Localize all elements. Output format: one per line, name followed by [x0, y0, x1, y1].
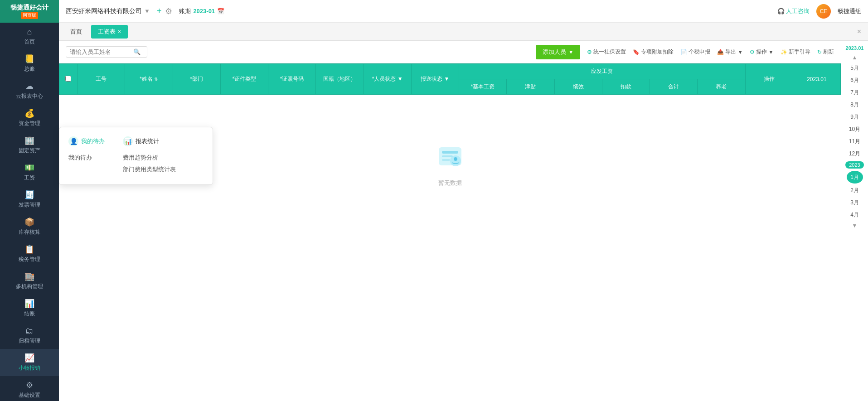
cal-month-12[interactable]: 12月 — [841, 148, 868, 160]
sidebar-item-basic-settings[interactable]: ⚙ 基础设置 — [0, 376, 59, 401]
th-personnel-status[interactable]: *人员状态 ▼ — [364, 64, 411, 95]
sidebar-item-home[interactable]: ⌂ 首页 — [0, 23, 59, 50]
settings-icon: ⚙ — [26, 380, 33, 390]
select-all-checkbox[interactable] — [65, 76, 71, 82]
export-button[interactable]: 📤 导出 ▼ — [717, 48, 743, 56]
tab-home-label: 首页 — [70, 28, 82, 35]
payroll-table: 工号 *姓名 ⇅ *部门 *证件类型 *证照号码 国籍（地区） *人员状态 — [59, 63, 841, 95]
cal-month-6[interactable]: 6月 — [841, 74, 868, 87]
social-security-button[interactable]: ⚙ 统一社保设置 — [587, 48, 626, 56]
sidebar-label-settings: 基础设置 — [19, 391, 40, 399]
logo: 畅捷通好会计 网页版 — [0, 0, 59, 23]
sidebar-label-inventory: 库存核算 — [19, 228, 40, 236]
cal-month-3[interactable]: 3月 — [841, 197, 868, 209]
popup-item-expense-trend[interactable]: 费用趋势分析 — [123, 152, 176, 164]
search-box[interactable]: 🔍 — [66, 46, 147, 58]
cal-month-8[interactable]: 8月 — [841, 99, 868, 111]
sidebar: 畅捷通好会计 网页版 ⌂ 首页 📒 总账 ☁ 云报表中心 💰 资金管理 🏢 固定… — [0, 0, 59, 401]
sidebar-label-cloud: 云报表中心 — [16, 92, 43, 100]
sidebar-item-cloud-reports[interactable]: ☁ 云报表中心 — [0, 77, 59, 104]
username: 畅捷通组 — [838, 7, 861, 15]
tax-declaration-button[interactable]: 📄 个税申报 — [680, 48, 710, 56]
tab-close-button[interactable]: × — [118, 29, 121, 35]
sidebar-label-xiao: 小畅报销 — [19, 364, 40, 372]
sidebar-item-inventory[interactable]: 📦 库存核算 — [0, 213, 59, 240]
search-input[interactable] — [70, 48, 133, 55]
add-person-button[interactable]: 添加人员 ▼ — [536, 45, 580, 59]
th-total: 合计 — [650, 79, 698, 95]
cal-month-1-active[interactable]: 1月 — [847, 171, 863, 184]
svg-point-5 — [454, 157, 457, 161]
popup-item-dept-label: 部门费用类型统计表 — [123, 166, 176, 173]
popup-item-dept-stats[interactable]: 部门费用类型统计表 — [123, 164, 176, 175]
company-dropdown-arrow[interactable]: ▼ — [144, 8, 150, 14]
sidebar-item-xiao-reports[interactable]: 📈 小畅报销 ◁ — [0, 349, 59, 376]
cal-month-4[interactable]: 4月 — [841, 209, 868, 221]
social-security-label: 统一社保设置 — [593, 48, 626, 56]
th-name[interactable]: *姓名 ⇅ — [125, 64, 173, 95]
th-report-status[interactable]: 报送状态 ▼ — [411, 64, 459, 95]
xiao-reports-popup: 👤 我的待办 我的待办 📊 报表统计 费用趋势分析 部门费用类型统计表 — [59, 127, 213, 185]
cal-down-nav[interactable]: ▼ — [841, 221, 868, 230]
add-company-button[interactable]: + — [157, 6, 162, 16]
report-filter-icon[interactable]: ▼ — [444, 76, 450, 82]
th-checkbox[interactable] — [59, 64, 78, 95]
sidebar-item-payroll[interactable]: 💵 工资 — [0, 159, 59, 186]
period-area: 账期 2023-01 📅 — [179, 7, 224, 15]
sidebar-item-funds[interactable]: 💰 资金管理 — [0, 104, 59, 131]
th-cert-no: *证照号码 — [268, 64, 316, 95]
name-sort-icon[interactable]: ⇅ — [154, 77, 158, 82]
search-icon: 🔍 — [133, 48, 141, 55]
period-label: 账期 — [179, 7, 191, 15]
special-deduct-button[interactable]: 🔖 专项附加扣除 — [633, 48, 674, 56]
calendar-icon[interactable]: 📅 — [217, 8, 224, 14]
th-performance: 绩效 — [554, 79, 602, 95]
company-settings-button[interactable]: ⚙ — [165, 6, 172, 16]
cal-month-5[interactable]: 5月 — [841, 62, 868, 74]
th-pension: 养老 — [698, 79, 745, 95]
service-label: 人工咨询 — [786, 7, 810, 15]
special-deduct-icon: 🔖 — [633, 49, 640, 55]
sidebar-item-multi-org[interactable]: 🏬 多机构管理 — [0, 267, 59, 295]
logo-badge: 网页版 — [21, 12, 38, 19]
refresh-button[interactable]: ↻ 刷新 — [817, 48, 834, 56]
cal-year-2023[interactable]: 2023 — [845, 161, 863, 169]
cal-month-2[interactable]: 2月 — [841, 184, 868, 197]
sidebar-item-tax[interactable]: 📋 税务管理 — [0, 240, 59, 267]
home-icon: ⌂ — [27, 27, 32, 37]
content-area: 🔍 添加人员 ▼ ⚙ 统一社保设置 🔖 专项附加扣除 — [59, 41, 868, 401]
tab-payroll-label: 工资表 — [98, 28, 116, 36]
sidebar-item-invoice[interactable]: 🧾 发票管理 — [0, 186, 59, 213]
cal-month-7[interactable]: 7月 — [841, 87, 868, 99]
invoice-icon: 🧾 — [24, 190, 34, 200]
tab-area-close-button[interactable]: × — [857, 28, 861, 36]
export-dropdown-icon: ▼ — [737, 49, 743, 55]
sidebar-item-archive[interactable]: 🗂 归档管理 — [0, 322, 59, 349]
sidebar-item-checkout[interactable]: 📊 结账 — [0, 295, 59, 322]
cal-month-9[interactable]: 9月 — [841, 111, 868, 123]
payroll-icon: 💵 — [24, 163, 34, 173]
tab-payroll[interactable]: 工资表 × — [91, 25, 128, 39]
funds-icon: 💰 — [24, 108, 34, 118]
avatar: CE — [816, 4, 831, 19]
add-person-label: 添加人员 — [543, 48, 566, 56]
company-name: 西安虾米网络科技有限公司 — [66, 7, 142, 15]
popup-item-my-todo[interactable]: 我的待办 — [68, 152, 105, 164]
new-guide-button[interactable]: ✨ 新手引导 — [781, 48, 810, 56]
sidebar-label-checkout: 结账 — [24, 310, 35, 318]
personnel-filter-icon[interactable]: ▼ — [398, 76, 403, 82]
th-operations: 操作 — [745, 64, 793, 95]
cal-month-11[interactable]: 11月 — [841, 135, 868, 148]
sidebar-label-multi: 多机构管理 — [16, 283, 43, 290]
operations-button[interactable]: ⚙ 操作 ▼ — [750, 48, 774, 56]
export-label: 导出 — [725, 48, 736, 56]
cal-up-nav[interactable]: ▲ — [841, 53, 868, 62]
right-calendar: 2023.01 ▲ 5月 6月 7月 8月 9月 10月 11月 12月 202… — [841, 41, 868, 401]
customer-service-button[interactable]: 🎧 人工咨询 — [777, 7, 810, 15]
sidebar-label-ledger: 总账 — [24, 65, 35, 73]
sidebar-item-fixed-assets[interactable]: 🏢 固定资产 — [0, 131, 59, 159]
empty-text: 暂无数据 — [438, 179, 462, 187]
cal-month-10[interactable]: 10月 — [841, 123, 868, 135]
tab-home[interactable]: 首页 — [63, 25, 89, 39]
sidebar-item-ledger[interactable]: 📒 总账 — [0, 50, 59, 77]
